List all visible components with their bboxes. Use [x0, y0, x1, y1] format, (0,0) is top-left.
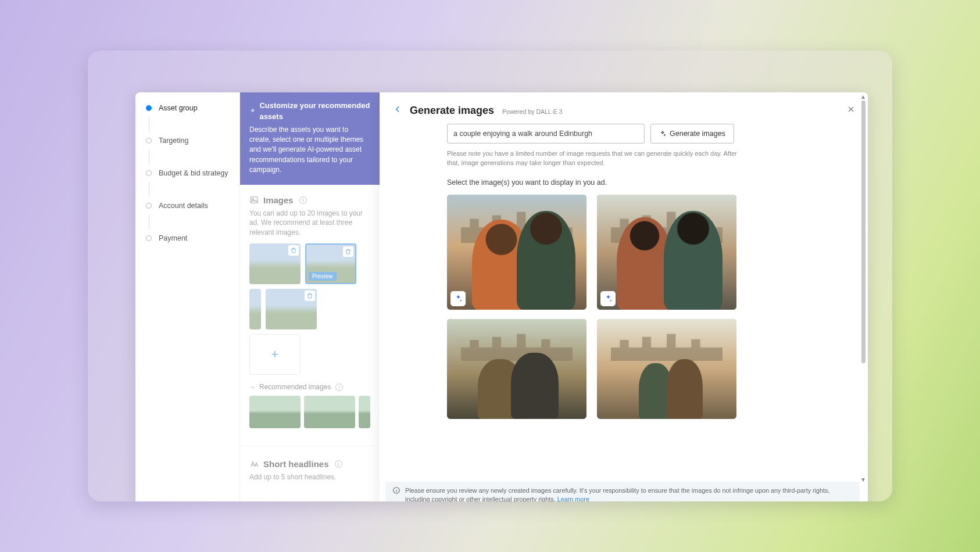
image-thumb-preview[interactable]: Preview — [305, 243, 356, 284]
generated-image[interactable] — [447, 319, 586, 419]
left-nav: Asset group Targeting Budget & bid strat… — [135, 92, 240, 501]
disclaimer-text: Please ensure you review any newly creat… — [405, 487, 829, 501]
nav-item-account-details[interactable]: Account details — [146, 202, 239, 210]
generate-button-label: Generate images — [670, 130, 725, 138]
info-icon[interactable]: i — [335, 460, 342, 468]
short-headlines-section: Short headlines i Add up to 5 short head… — [240, 446, 380, 493]
image-thumb[interactable] — [249, 243, 301, 284]
sparkle-icon — [249, 107, 256, 116]
recommended-thumb[interactable] — [249, 396, 301, 428]
nav-dot-icon — [146, 235, 152, 241]
scrollbar-thumb[interactable] — [861, 101, 865, 363]
delete-icon[interactable] — [288, 245, 299, 256]
scrollbar[interactable] — [861, 101, 865, 476]
image-thumb[interactable] — [249, 289, 261, 329]
text-icon — [249, 460, 259, 469]
images-heading: Images i — [249, 195, 370, 205]
select-images-label: Select the image(s) you want to display … — [447, 178, 833, 187]
banner-title: Customize your recommended assets — [249, 101, 370, 123]
nav-label: Budget & bid strategy — [159, 169, 228, 177]
nav-connector — [149, 182, 149, 197]
arrow-left-icon — [392, 104, 403, 114]
nav-connector — [149, 214, 149, 230]
ai-badge-icon — [450, 291, 466, 306]
image-thumb-grid: Preview + — [249, 243, 370, 375]
nav-connector — [149, 149, 149, 164]
prompt-row: Generate images — [447, 124, 833, 144]
panel-subtitle: Powered by DALL·E 3 — [502, 108, 562, 115]
learn-more-link[interactable]: Learn more — [557, 496, 589, 501]
info-icon[interactable]: i — [335, 383, 343, 391]
generated-image[interactable] — [597, 319, 736, 419]
main-column: Customize your recommended assets Descri… — [240, 92, 380, 501]
nav-item-payment[interactable]: Payment — [146, 234, 239, 242]
svg-rect-0 — [251, 197, 257, 203]
headlines-heading: Short headlines i — [249, 459, 370, 469]
recommended-images-row — [249, 396, 370, 428]
nav-label: Targeting — [159, 137, 188, 145]
nav-label: Asset group — [159, 104, 198, 112]
backdrop-card: Asset group Targeting Budget & bid strat… — [88, 51, 892, 501]
delete-icon[interactable] — [343, 246, 353, 257]
info-icon[interactable]: i — [299, 196, 307, 204]
nav-dot-icon — [146, 105, 152, 111]
image-icon — [249, 195, 259, 205]
app-window: Asset group Targeting Budget & bid strat… — [135, 92, 868, 501]
request-limit-note: Please note you have a limited number of… — [447, 149, 738, 168]
delete-icon[interactable] — [305, 291, 315, 301]
recommended-thumb[interactable] — [304, 396, 355, 428]
nav-dot-icon — [146, 170, 152, 176]
panel-header: Generate images Powered by DALL·E 3 — [392, 104, 833, 117]
recommended-thumb[interactable] — [359, 396, 370, 428]
generate-images-button[interactable]: Generate images — [650, 124, 734, 144]
headlines-heading-text: Short headlines — [263, 459, 329, 469]
headlines-desc: Add up to 5 short headlines. — [249, 472, 370, 482]
panel-title: Generate images — [410, 105, 494, 117]
images-section: Images i You can add up to 20 images to … — [240, 195, 380, 435]
ai-badge-icon — [600, 291, 616, 306]
sparkle-icon — [659, 130, 666, 137]
nav-label: Payment — [159, 234, 187, 242]
preview-badge: Preview — [309, 272, 337, 281]
generate-images-panel: Generate images Powered by DALL·E 3 Gene… — [380, 92, 868, 501]
info-icon — [392, 486, 400, 494]
add-image-button[interactable]: + — [249, 334, 301, 375]
generated-image[interactable] — [447, 195, 586, 310]
recommended-images-toggle[interactable]: Recommended images i — [249, 383, 370, 391]
recommended-images-label: Recommended images — [259, 383, 331, 391]
disclaimer-banner: Please ensure you review any newly creat… — [385, 482, 860, 501]
nav-item-targeting[interactable]: Targeting — [146, 137, 239, 145]
scroll-down-icon[interactable]: ▼ — [860, 476, 866, 483]
nav-connector — [149, 117, 149, 132]
generated-images-grid — [447, 195, 833, 419]
svg-point-1 — [252, 198, 254, 200]
images-heading-text: Images — [263, 195, 294, 205]
nav-item-budget[interactable]: Budget & bid strategy — [146, 169, 239, 177]
nav-dot-icon — [146, 203, 152, 209]
customize-banner: Customize your recommended assets Descri… — [240, 92, 380, 185]
images-desc: You can add up to 20 images to your ad. … — [249, 209, 370, 238]
scroll-up-icon[interactable]: ▲ — [860, 94, 866, 100]
chevron-up-icon — [249, 384, 256, 390]
nav-dot-icon — [146, 138, 152, 144]
prompt-input[interactable] — [447, 124, 645, 144]
banner-title-text: Customize your recommended assets — [259, 101, 370, 123]
back-button[interactable] — [392, 104, 403, 117]
image-thumb[interactable] — [266, 289, 317, 329]
nav-item-asset-group[interactable]: Asset group — [146, 104, 239, 112]
generated-image[interactable] — [597, 195, 736, 310]
banner-body: Describe the assets you want to create, … — [249, 125, 370, 175]
nav-label: Account details — [159, 202, 208, 210]
